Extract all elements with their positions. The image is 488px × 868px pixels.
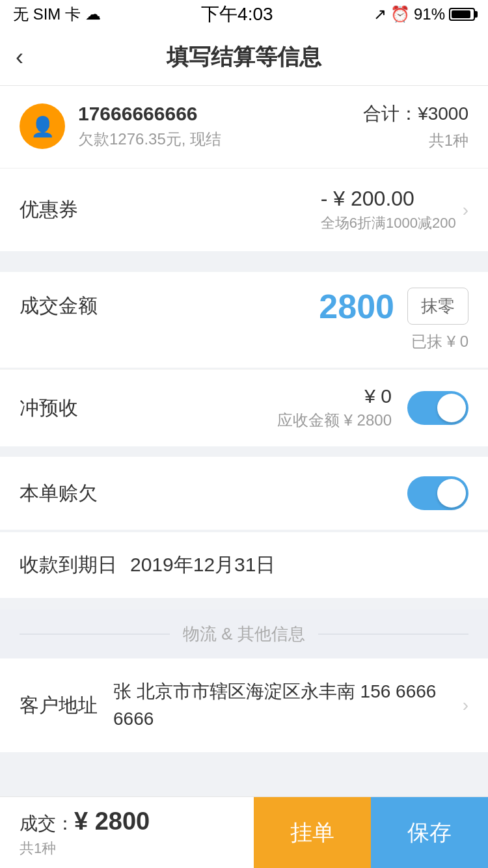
address-label: 客户地址 xyxy=(20,692,98,719)
prepay-right: ¥ 0 应收金额 ¥ 2800 xyxy=(277,385,468,431)
battery-percent: 91% xyxy=(414,5,445,23)
status-time: 下午4:03 xyxy=(201,2,273,27)
deal-count: 共1种 xyxy=(20,839,234,858)
location-icon: ↗ xyxy=(373,5,386,23)
total-value: ¥3000 xyxy=(418,103,468,124)
duedate-row: 收款到期日 2019年12月31日 xyxy=(0,532,488,598)
status-bar: 无 SIM 卡 ☁ 下午4:03 ↗ ⏰ 91% xyxy=(0,0,488,29)
prepay-amount: ¥ 0 应收金额 ¥ 2800 xyxy=(277,385,392,431)
page-title: 填写结算等信息 xyxy=(167,42,321,72)
address-row[interactable]: 客户地址 张 北京市市辖区海淀区永丰南 156 6666 6666 › xyxy=(0,658,488,752)
prepay-label: 冲预收 xyxy=(20,395,78,422)
prepay-toggle[interactable] xyxy=(407,391,468,425)
avatar: 👤 xyxy=(20,103,65,149)
hold-button[interactable]: 挂单 xyxy=(254,797,371,869)
coupon-right: - ¥ 200.00 全场6折满1000减200 › xyxy=(321,187,468,233)
customer-card: 👤 17666666666 欠款1276.35元, 现结 合计：¥3000 共1… xyxy=(0,86,488,251)
coupon-chevron-icon: › xyxy=(463,200,468,221)
no-sim-label: 无 SIM 卡 ☁ xyxy=(13,4,101,25)
battery-icon xyxy=(449,8,475,21)
page-header: ‹ 填写结算等信息 xyxy=(0,29,488,86)
total-amount: 合计：¥3000 xyxy=(363,102,468,126)
address-chevron-icon: › xyxy=(463,695,468,716)
deal-row: 成交：¥ 2800 xyxy=(20,807,234,836)
coupon-row[interactable]: 优惠券 - ¥ 200.00 全场6折满1000减200 › xyxy=(0,168,488,251)
coupon-label: 优惠券 xyxy=(20,197,78,223)
debts-row: 本单赊欠 xyxy=(0,457,488,530)
logistics-line-left xyxy=(20,634,170,634)
duedate-value: 2019年12月31日 xyxy=(130,552,275,578)
prepay-row: 冲预收 ¥ 0 应收金额 ¥ 2800 xyxy=(0,369,488,446)
back-button[interactable]: ‹ xyxy=(16,44,23,71)
alarm-icon: ⏰ xyxy=(390,5,410,23)
amount-sub: 已抹 ¥ 0 xyxy=(20,331,468,352)
deal-price: ¥ 2800 xyxy=(74,807,150,835)
status-left: 无 SIM 卡 ☁ xyxy=(13,4,101,25)
duedate-label: 收款到期日 xyxy=(20,552,117,578)
customer-info: 17666666666 欠款1276.35元, 现结 xyxy=(78,103,221,150)
prepay-value: ¥ 0 xyxy=(277,385,392,407)
status-right: ↗ ⏰ 91% xyxy=(373,5,475,23)
amount-section: 成交金额 2800 抹零 已抹 ¥ 0 xyxy=(0,272,488,368)
divider-3 xyxy=(0,599,488,610)
coupon-info: - ¥ 200.00 全场6折满1000减200 xyxy=(321,187,456,233)
main-content: 👤 17666666666 欠款1276.35元, 现结 合计：¥3000 共1… xyxy=(0,86,488,868)
amount-right: 2800 抹零 xyxy=(319,288,468,325)
total-count: 共1种 xyxy=(363,130,468,151)
deal-label: 成交： xyxy=(20,813,74,834)
debts-toggle[interactable] xyxy=(407,476,468,510)
prepay-sub: 应收金额 ¥ 2800 xyxy=(277,410,392,431)
divider-2 xyxy=(0,446,488,457)
amount-value: 2800 xyxy=(319,290,394,323)
address-value: 张 北京市市辖区海淀区永丰南 156 6666 6666 xyxy=(113,678,463,733)
bottom-summary: 成交：¥ 2800 共1种 xyxy=(0,807,254,858)
divider-1 xyxy=(0,262,488,272)
coupon-desc: 全场6折满1000减200 xyxy=(321,213,456,233)
amount-label: 成交金额 xyxy=(20,293,98,319)
amount-row: 成交金额 2800 抹零 xyxy=(20,288,468,325)
battery-fill xyxy=(452,10,470,18)
total-label: 合计： xyxy=(363,103,418,124)
logistics-text: 物流 & 其他信息 xyxy=(183,623,305,645)
logistics-line-right xyxy=(318,634,468,634)
round-button[interactable]: 抹零 xyxy=(407,288,468,325)
debts-label: 本单赊欠 xyxy=(20,480,98,507)
save-button[interactable]: 保存 xyxy=(371,797,488,869)
customer-row: 👤 17666666666 欠款1276.35元, 现结 合计：¥3000 共1… xyxy=(0,86,488,167)
customer-total: 合计：¥3000 共1种 xyxy=(363,102,468,151)
customer-left: 👤 17666666666 欠款1276.35元, 现结 xyxy=(20,103,221,150)
logistics-divider: 物流 & 其他信息 xyxy=(0,610,488,658)
customer-debt: 欠款1276.35元, 现结 xyxy=(78,129,221,150)
bottom-bar: 成交：¥ 2800 共1种 挂单 保存 xyxy=(0,796,488,868)
coupon-discount: - ¥ 200.00 xyxy=(321,187,456,211)
customer-phone: 17666666666 xyxy=(78,103,221,125)
